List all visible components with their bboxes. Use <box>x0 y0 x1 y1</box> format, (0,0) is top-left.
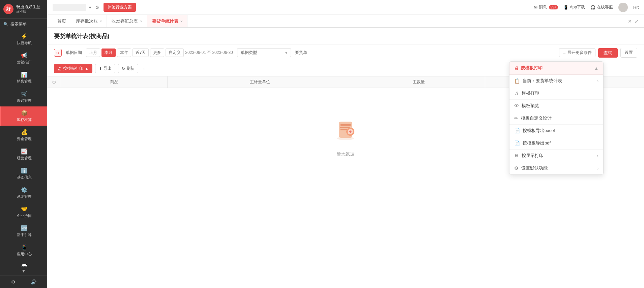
sidebar-item-inventory[interactable]: 📦 库存核算 <box>0 106 47 126</box>
tab-close-inventory-batch[interactable]: × <box>100 19 102 23</box>
svg-rect-3 <box>340 127 350 128</box>
sidebar-item-guide[interactable]: 🆕 新手引导 <box>0 222 47 241</box>
topbar-search-area: ▾ <box>53 4 91 11</box>
date-btn-7days[interactable]: 近7天 <box>133 49 149 57</box>
tab-receipt-summary[interactable]: 收发存汇总表 × <box>107 15 147 27</box>
topbar-search-input[interactable] <box>53 4 86 11</box>
sidebar-item-purchase[interactable]: 🛒 采购管理 <box>0 87 47 106</box>
app-name: 畅捷通好生意 标准版 <box>16 4 40 14</box>
empty-illustration <box>332 115 359 142</box>
export-excel-icon: 📄 <box>514 128 520 133</box>
dropdown-menu: 🖨 按模板打印 ▲ 📋 当前：要货单统计表 › 🖨 模板打印 👁 模板预览 <box>509 61 604 175</box>
sidebar-bottom: ⚙ 🔊 <box>0 276 47 288</box>
dropdown-export-pdf[interactable]: 📄 按模板导出pdf <box>509 137 603 150</box>
date-btn-more[interactable]: 更多 <box>150 49 164 57</box>
settings-btn[interactable]: 设置 <box>620 48 637 58</box>
maximize-window-icon[interactable]: ⤢ <box>635 19 639 24</box>
sidebar-item-app-center[interactable]: 📱 应用中心 <box>0 241 47 260</box>
tab-close-receipt-summary[interactable]: × <box>140 19 142 23</box>
sidebar-search[interactable]: 🔍 搜索菜单 <box>0 19 47 30</box>
tabs-window-btns: ✕ ⤢ <box>628 19 639 24</box>
sidebar-item-basic-info[interactable]: ℹ️ 基础信息 <box>0 164 47 183</box>
toolbar: 🖨 按模板打印 ▲ ⬆ 导出 ↻ 刷新 ··· 🖨 按模板打印 ▲ � <box>47 61 644 76</box>
chevron-up-dropdown-icon: ▲ <box>594 66 598 71</box>
search-icon: 🔍 <box>3 22 8 27</box>
template-preview-icon: 👁 <box>514 103 519 108</box>
dropdown-export-excel[interactable]: 📄 按模板导出excel <box>509 125 603 137</box>
sidebar-item-operations[interactable]: 📈 经营管理 <box>0 145 47 164</box>
dropdown-template-preview[interactable]: 👁 模板预览 <box>509 100 603 112</box>
sidebar-item-cooperation[interactable]: 🤝 企业协同 <box>0 202 47 222</box>
sidebar: 好 畅捷通好生意 标准版 🔍 搜索菜单 ⚡ 快捷导航 📢 营销推广 📊 销售管理… <box>0 0 47 288</box>
dropdown-set-default[interactable]: ⚙ 设置默认功能 › <box>509 162 603 174</box>
topbar-dropdown[interactable]: ▾ <box>89 5 91 10</box>
topbar-settings-icon[interactable]: ⚙ <box>95 5 99 10</box>
page-title: 要货单统计表(按商品) <box>54 32 637 40</box>
close-window-icon[interactable]: ✕ <box>628 19 632 24</box>
dropdown-template-design[interactable]: ✏ 模板自定义设计 <box>509 112 603 125</box>
date-filter: 上月 本月 本年 近7天 更多 自定义 2023-06-01 至 2023-06… <box>86 49 233 57</box>
experience-btn[interactable]: 体验行业方案 <box>104 3 136 12</box>
empty-icon <box>332 115 359 147</box>
basic-info-icon: ℹ️ <box>21 167 28 174</box>
filter-area: ›› 单据日期 上月 本月 本年 近7天 更多 自定义 2023-06-01 至… <box>47 44 644 61</box>
cooperation-icon: 🤝 <box>21 206 28 212</box>
date-label: 单据日期 <box>66 50 82 56</box>
svg-rect-2 <box>340 124 351 126</box>
dropdown-title: 🖨 按模板打印 <box>514 65 543 71</box>
sidebar-item-quick-nav[interactable]: ⚡ 快捷导航 <box>0 30 47 49</box>
inventory-icon: 📦 <box>21 110 28 116</box>
tab-close-order-stats[interactable]: × <box>180 19 182 23</box>
guide-icon: 🆕 <box>21 225 28 231</box>
more-dots-btn[interactable]: ··· <box>141 65 149 72</box>
date-btn-this-month[interactable]: 本月 <box>101 49 116 57</box>
app-download-btn[interactable]: 📱 App下载 <box>563 4 585 10</box>
query-btn[interactable]: 查询 <box>598 48 618 58</box>
message-badge: 99+ <box>549 5 558 9</box>
gear-icon[interactable]: ⚙ <box>52 79 56 85</box>
date-btn-this-year[interactable]: 本年 <box>117 49 131 57</box>
sidebar-logo: 好 畅捷通好生意 标准版 <box>0 0 47 19</box>
order-type-label: 单据类型 <box>241 50 257 56</box>
sidebar-scroll-down[interactable]: ▼ <box>0 266 47 276</box>
dropdown-current-item[interactable]: 📋 当前：要货单统计表 › <box>509 75 603 87</box>
user-name: Rit <box>633 5 639 10</box>
online-service-btn[interactable]: 🎧 在线客服 <box>590 4 613 10</box>
avatar[interactable] <box>618 3 628 12</box>
date-range: 2023-06-01 至 2023-06-30 <box>185 50 233 56</box>
filter-row: ›› 单据日期 上月 本月 本年 近7天 更多 自定义 2023-06-01 至… <box>54 48 637 58</box>
export-btn[interactable]: ⬆ 导出 <box>95 64 115 73</box>
filter-expand-btn[interactable]: ›› <box>54 49 62 57</box>
message-icon: ✉ <box>534 5 537 10</box>
topbar: ▾ ⚙ 体验行业方案 ✉ 消息 99+ 📱 App下载 🎧 在线客服 Rit <box>47 0 644 15</box>
dropdown-display-print[interactable]: 🖥 按显示打印 › <box>509 150 603 162</box>
sidebar-item-finance[interactable]: 💰 资金管理 <box>0 126 47 145</box>
sound-icon[interactable]: 🔊 <box>31 279 36 285</box>
sidebar-item-marketing[interactable]: 📢 营销推广 <box>0 49 47 68</box>
sidebar-item-wechat[interactable]: 💬 企业微信 <box>0 260 47 266</box>
system-icon: ⚙️ <box>21 187 28 193</box>
col-goods: 商品 <box>61 76 168 88</box>
tab-inventory-batch[interactable]: 库存批次账 × <box>71 15 107 27</box>
empty-text: 暂无数据 <box>337 151 354 157</box>
headset-icon: 🎧 <box>590 5 595 10</box>
settings-icon[interactable]: ⚙ <box>11 279 16 285</box>
order-type-select[interactable]: 单据类型 ▾ <box>237 48 291 57</box>
date-btn-custom[interactable]: 自定义 <box>166 49 184 57</box>
template-print-icon: 🖨 <box>514 91 519 96</box>
sidebar-item-sales[interactable]: 📊 销售管理 <box>0 68 47 87</box>
expand-more-btn[interactable]: ⌄ 展开更多条件 <box>559 48 595 57</box>
chevron-right-display-icon: › <box>597 153 598 158</box>
dropdown-template-print[interactable]: 🖨 模板打印 <box>509 87 603 100</box>
dropdown-header[interactable]: 🖨 按模板打印 ▲ <box>509 62 603 75</box>
col-settings[interactable]: ⚙ <box>48 76 61 88</box>
sidebar-item-system[interactable]: ⚙️ 系统管理 <box>0 183 47 202</box>
print-template-btn[interactable]: 🖨 按模板打印 ▲ <box>54 64 92 73</box>
sales-icon: 📊 <box>21 71 28 78</box>
tab-home[interactable]: 首页 <box>53 15 71 27</box>
tab-order-stats[interactable]: 要货单统计表 × <box>147 15 187 27</box>
date-btn-last-month[interactable]: 上月 <box>86 49 100 57</box>
message-btn[interactable]: ✉ 消息 99+ <box>534 4 558 10</box>
refresh-btn[interactable]: ↻ 刷新 <box>118 64 138 73</box>
topbar-right: ✉ 消息 99+ 📱 App下载 🎧 在线客服 Rit <box>534 3 639 12</box>
